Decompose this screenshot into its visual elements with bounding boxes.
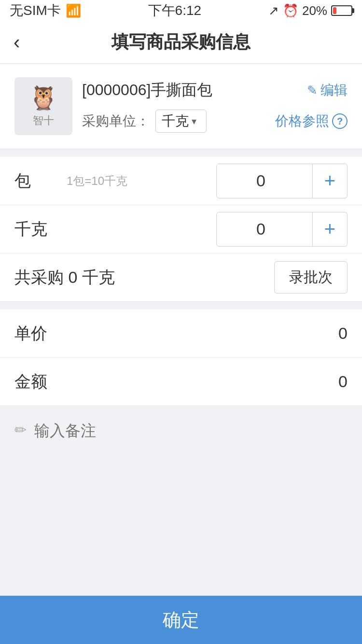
battery-indicator: [331, 5, 352, 16]
kg-label: 千克: [14, 218, 63, 240]
carrier-label: 无SIM卡: [10, 1, 61, 20]
kg-plus-button[interactable]: +: [313, 212, 348, 247]
pencil-icon: ✏: [14, 421, 27, 438]
product-img-label: 智十: [33, 113, 54, 128]
record-batch-button[interactable]: 录批次: [274, 261, 348, 294]
input-section: 包 1包=10千克 + 千克 +: [0, 157, 362, 253]
kg-input-group: +: [216, 212, 348, 247]
unit-price-value: 0: [338, 324, 348, 343]
product-image: 🦉 智十: [14, 77, 72, 135]
unit-label: 采购单位：: [82, 112, 150, 130]
edit-button[interactable]: ✎ 编辑: [307, 81, 348, 99]
section-divider-2: [0, 302, 362, 309]
amount-value: 0: [338, 372, 348, 391]
product-card: 🦉 智十 [0000006]手撕面包 ✎ 编辑 采购单位： 千克: [0, 64, 362, 149]
price-ref-label: 价格参照: [275, 112, 329, 130]
price-ref-button[interactable]: 价格参照 ?: [275, 112, 348, 130]
summary-prefix: 共采购: [14, 268, 64, 286]
alarm-icon: ⏰: [283, 3, 298, 18]
wifi-icon: 📶: [66, 3, 81, 18]
kg-quantity-input[interactable]: [216, 212, 313, 247]
page-title: 填写商品采购信息: [111, 30, 251, 54]
status-right: ↗ ⏰ 20%: [268, 3, 352, 18]
amount-row: 金额 0: [0, 358, 362, 406]
unit-select[interactable]: 千克 ▾: [155, 110, 207, 133]
unit-value: 千克: [162, 112, 189, 130]
bag-plus-button[interactable]: +: [313, 164, 348, 198]
back-button[interactable]: ‹: [14, 31, 20, 53]
price-ref-help-icon: ?: [332, 113, 348, 129]
product-name: [0000006]手撕面包: [82, 80, 212, 101]
chevron-down-icon: ▾: [192, 115, 196, 127]
amount-label: 金额: [14, 371, 47, 393]
summary-value: 0: [68, 268, 77, 286]
summary-unit: 千克: [82, 268, 115, 286]
bag-quantity-input[interactable]: [216, 164, 313, 198]
unit-price-label: 单价: [14, 322, 47, 345]
bag-sublabel: 1包=10千克: [67, 173, 216, 189]
status-left: 无SIM卡 📶: [10, 1, 81, 20]
status-bar: 无SIM卡 📶 下午6:12 ↗ ⏰ 20%: [0, 0, 362, 21]
product-info: [0000006]手撕面包 ✎ 编辑 采购单位： 千克 ▾: [82, 80, 348, 133]
notes-input[interactable]: [34, 420, 348, 474]
bag-input-row: 包 1包=10千克 +: [0, 157, 362, 205]
battery-percent: 20%: [302, 3, 327, 18]
bag-label: 包: [14, 170, 63, 192]
unit-price-row: 单价 0: [0, 309, 362, 358]
location-icon: ↗: [268, 3, 279, 18]
bag-input-group: +: [216, 164, 348, 198]
kg-input-row: 千克 +: [0, 205, 362, 253]
section-divider-1: [0, 149, 362, 157]
summary-row: 共采购 0 千克 录批次: [0, 253, 362, 302]
summary-text: 共采购 0 千克: [14, 266, 115, 289]
notes-area: ✏: [0, 406, 362, 489]
price-info-section: 单价 0 金额 0: [0, 309, 362, 406]
status-time: 下午6:12: [148, 1, 202, 20]
nav-bar: ‹ 填写商品采购信息: [0, 21, 362, 64]
edit-label: 编辑: [320, 81, 348, 99]
confirm-button[interactable]: 确定: [0, 596, 362, 644]
edit-icon: ✎: [307, 83, 318, 98]
product-owl-icon: 🦉: [29, 84, 58, 112]
